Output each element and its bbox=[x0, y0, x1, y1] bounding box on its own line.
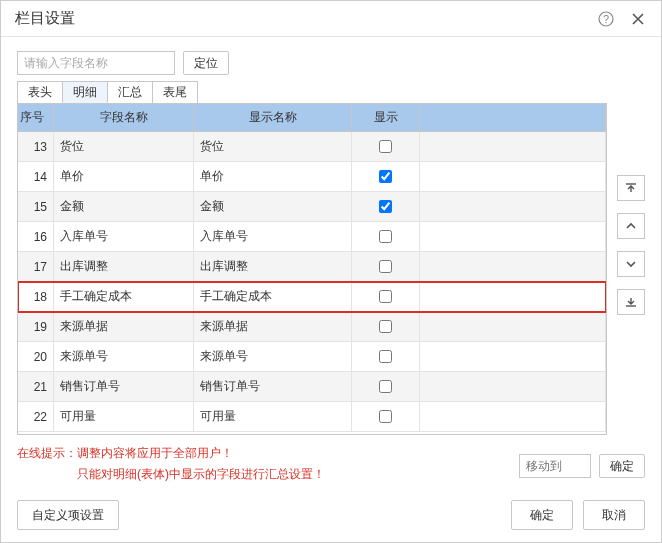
cell-index: 20 bbox=[18, 342, 54, 371]
cell-field: 可用量 bbox=[54, 402, 194, 431]
table-row[interactable]: 16入库单号入库单号 bbox=[18, 222, 606, 252]
grid: 序号 字段名称 显示名称 显示 13货位货位14单价单价15金额金额16入库单号… bbox=[17, 103, 607, 435]
cancel-button[interactable]: 取消 bbox=[583, 500, 645, 530]
cell-display: 销售订单号 bbox=[194, 372, 352, 401]
col-field: 字段名称 bbox=[54, 104, 194, 131]
dialog-title: 栏目设置 bbox=[15, 9, 75, 28]
cell-display: 单价 bbox=[194, 162, 352, 191]
show-checkbox[interactable] bbox=[379, 320, 392, 333]
show-checkbox[interactable] bbox=[379, 170, 392, 183]
col-display: 显示名称 bbox=[194, 104, 352, 131]
moveto-ok-button[interactable]: 确定 bbox=[599, 454, 645, 478]
cell-field: 货位 bbox=[54, 132, 194, 161]
reorder-buttons bbox=[617, 103, 645, 435]
cell-field: 来源单据 bbox=[54, 312, 194, 341]
cell-field: 出库调整 bbox=[54, 252, 194, 281]
show-checkbox[interactable] bbox=[379, 140, 392, 153]
move-bottom-button[interactable] bbox=[617, 289, 645, 315]
cell-show bbox=[352, 222, 420, 251]
tab-tail[interactable]: 表尾 bbox=[152, 81, 198, 103]
cell-show bbox=[352, 312, 420, 341]
cell-index: 18 bbox=[18, 282, 54, 311]
cell-field: 入库单号 bbox=[54, 222, 194, 251]
show-checkbox[interactable] bbox=[379, 380, 392, 393]
tab-head[interactable]: 表头 bbox=[17, 81, 63, 103]
cell-field: 金额 bbox=[54, 192, 194, 221]
show-checkbox[interactable] bbox=[379, 200, 392, 213]
tabs: 表头 明细 汇总 表尾 bbox=[17, 81, 645, 103]
cell-show bbox=[352, 372, 420, 401]
grid-body[interactable]: 13货位货位14单价单价15金额金额16入库单号入库单号17出库调整出库调整18… bbox=[18, 132, 606, 434]
move-up-button[interactable] bbox=[617, 213, 645, 239]
cell-display: 出库调整 bbox=[194, 252, 352, 281]
cell-index: 22 bbox=[18, 402, 54, 431]
cell-index: 13 bbox=[18, 132, 54, 161]
cell-show bbox=[352, 132, 420, 161]
move-top-button[interactable] bbox=[617, 175, 645, 201]
cell-display: 可用量 bbox=[194, 402, 352, 431]
moveto-input[interactable] bbox=[519, 454, 591, 478]
show-checkbox[interactable] bbox=[379, 410, 392, 423]
cell-show bbox=[352, 192, 420, 221]
table-row[interactable]: 14单价单价 bbox=[18, 162, 606, 192]
cell-display: 金额 bbox=[194, 192, 352, 221]
cell-show bbox=[352, 342, 420, 371]
cell-show bbox=[352, 252, 420, 281]
cell-show bbox=[352, 162, 420, 191]
cell-display: 来源单号 bbox=[194, 342, 352, 371]
custom-items-button[interactable]: 自定义项设置 bbox=[17, 500, 119, 530]
cell-index: 21 bbox=[18, 372, 54, 401]
table-row[interactable]: 18手工确定成本手工确定成本 bbox=[18, 282, 606, 312]
cell-field: 手工确定成本 bbox=[54, 282, 194, 311]
cell-index: 16 bbox=[18, 222, 54, 251]
table-row[interactable]: 15金额金额 bbox=[18, 192, 606, 222]
column-settings-dialog: 栏目设置 ? 定位 表头 明细 汇总 表尾 序号 字段名称 bbox=[0, 0, 662, 543]
tab-summary[interactable]: 汇总 bbox=[107, 81, 153, 103]
help-icon[interactable]: ? bbox=[597, 10, 615, 28]
cell-index: 14 bbox=[18, 162, 54, 191]
move-down-button[interactable] bbox=[617, 251, 645, 277]
search-input[interactable] bbox=[17, 51, 175, 75]
col-index: 序号 bbox=[18, 104, 54, 131]
show-checkbox[interactable] bbox=[379, 290, 392, 303]
cell-field: 单价 bbox=[54, 162, 194, 191]
cell-index: 19 bbox=[18, 312, 54, 341]
table-row[interactable]: 17出库调整出库调整 bbox=[18, 252, 606, 282]
locate-button[interactable]: 定位 bbox=[183, 51, 229, 75]
show-checkbox[interactable] bbox=[379, 230, 392, 243]
col-show: 显示 bbox=[352, 104, 420, 131]
cell-display: 来源单据 bbox=[194, 312, 352, 341]
cell-index: 17 bbox=[18, 252, 54, 281]
table-row[interactable]: 20来源单号来源单号 bbox=[18, 342, 606, 372]
ok-button[interactable]: 确定 bbox=[511, 500, 573, 530]
cell-index: 15 bbox=[18, 192, 54, 221]
cell-display: 入库单号 bbox=[194, 222, 352, 251]
titlebar: 栏目设置 ? bbox=[1, 1, 661, 37]
svg-text:?: ? bbox=[603, 13, 609, 25]
cell-display: 手工确定成本 bbox=[194, 282, 352, 311]
cell-display: 货位 bbox=[194, 132, 352, 161]
tab-detail[interactable]: 明细 bbox=[62, 81, 108, 103]
grid-header: 序号 字段名称 显示名称 显示 bbox=[18, 104, 606, 132]
show-checkbox[interactable] bbox=[379, 260, 392, 273]
close-icon[interactable] bbox=[629, 10, 647, 28]
table-row[interactable]: 19来源单据来源单据 bbox=[18, 312, 606, 342]
table-row[interactable]: 13货位货位 bbox=[18, 132, 606, 162]
table-row[interactable]: 22可用量可用量 bbox=[18, 402, 606, 432]
cell-field: 来源单号 bbox=[54, 342, 194, 371]
cell-show bbox=[352, 282, 420, 311]
cell-show bbox=[352, 402, 420, 431]
table-row[interactable]: 21销售订单号销售订单号 bbox=[18, 372, 606, 402]
cell-field: 销售订单号 bbox=[54, 372, 194, 401]
show-checkbox[interactable] bbox=[379, 350, 392, 363]
footer: 自定义项设置 确定 取消 bbox=[1, 488, 661, 542]
